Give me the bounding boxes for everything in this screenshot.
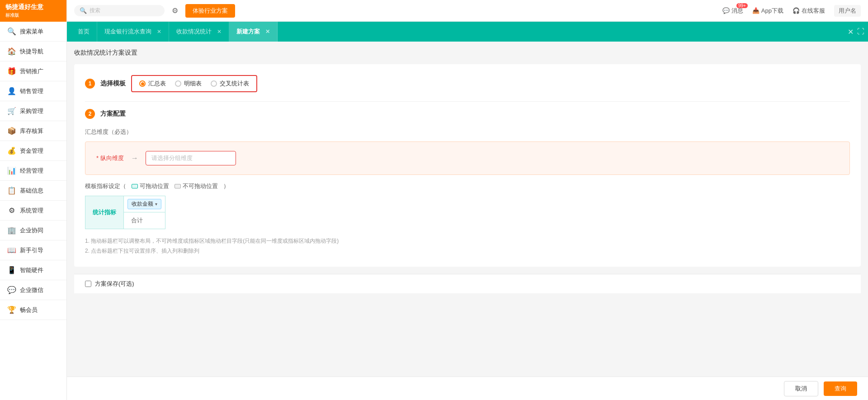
- metrics-col-data: 收款金额 ▾ 合计: [124, 196, 165, 229]
- tip2: 2. 点击标题栏下拉可设置排序、插入列和删除列: [85, 246, 850, 256]
- sidebar-item-system[interactable]: ⚙ 系统管理: [0, 201, 66, 221]
- tab-payment-stats-label: 收款情况统计: [176, 28, 212, 36]
- radio-summary-circle: [139, 80, 146, 87]
- smart-hardware-icon: 📱: [7, 266, 16, 274]
- vip-icon: 🏆: [7, 306, 16, 314]
- service-icon: 🎧: [793, 7, 800, 14]
- inventory-icon: 📦: [7, 127, 16, 135]
- sidebar-item-enterprise-wechat[interactable]: 💬 企业微信: [0, 280, 66, 300]
- dimension-area: * 纵向维度 → 请选择分组维度: [85, 141, 850, 175]
- no-drag-indicator: 不可拖动位置: [175, 182, 218, 190]
- basic-info-icon: 📋: [7, 186, 16, 195]
- search-placeholder: 搜索: [90, 7, 100, 14]
- service-btn[interactable]: 🎧 在线客服: [793, 7, 825, 15]
- user-name: 用户名: [839, 7, 856, 14]
- footer-actions: 取消 查询: [67, 376, 868, 400]
- radio-cross[interactable]: 交叉统计表: [211, 80, 249, 88]
- radio-cross-label: 交叉统计表: [220, 80, 249, 88]
- sidebar-item-search-menu[interactable]: 🔍 搜索菜单: [0, 22, 66, 42]
- logo-text: 畅捷通好生意: [5, 3, 43, 11]
- sidebar-logo: 畅捷通好生意 标准版: [0, 0, 66, 22]
- tab-payment-stats[interactable]: 收款情况统计 ✕: [169, 22, 229, 42]
- step1-num: 1: [85, 79, 95, 89]
- settings-icon[interactable]: ⚙: [172, 6, 178, 15]
- user-info[interactable]: 用户名: [834, 5, 861, 17]
- tab-bank-flow[interactable]: 现金银行流水查询 ✕: [97, 22, 169, 42]
- maximize-icon[interactable]: ⛶: [857, 28, 864, 36]
- row-label: * 纵向维度: [96, 154, 124, 162]
- search-box[interactable]: 🔍 搜索: [74, 5, 165, 16]
- industry-btn[interactable]: 体验行业方案: [185, 4, 235, 18]
- sidebar-label-inventory: 库存核算: [20, 127, 43, 135]
- radio-summary-label: 汇总表: [148, 80, 166, 88]
- sidebar-item-sales[interactable]: 👤 销售管理: [0, 81, 66, 101]
- drag-box: [132, 184, 138, 188]
- sidebar-label-system: 系统管理: [20, 207, 43, 215]
- main-content: 🔍 搜索 ⚙ 体验行业方案 💬 消息 99+ 📥 App下载 🎧 在线客服 用户…: [67, 0, 868, 400]
- sidebar-item-finance[interactable]: 💰 资金管理: [0, 141, 66, 161]
- save-checkbox[interactable]: [85, 281, 91, 287]
- sidebar-item-purchase[interactable]: 🛒 采购管理: [0, 101, 66, 121]
- service-label: 在线客服: [802, 7, 825, 15]
- metrics-col-label: 统计指标: [85, 196, 124, 229]
- metrics-row-sum: 合计: [124, 212, 165, 229]
- newbie-icon: 📖: [7, 246, 16, 254]
- metrics-tag-amount[interactable]: 收款金额 ▾: [127, 199, 161, 209]
- message-icon: 💬: [722, 7, 730, 14]
- metrics-section: 模板指标设定（ 可拖动位置 不可拖动位置 ） 统计指标: [85, 182, 850, 229]
- marketing-icon: 🎁: [7, 67, 16, 75]
- enterprise-wechat-icon: 💬: [7, 286, 16, 294]
- topbar: 🔍 搜索 ⚙ 体验行业方案 💬 消息 99+ 📥 App下载 🎧 在线客服 用户…: [67, 0, 868, 22]
- sidebar-item-marketing[interactable]: 🎁 营销推广: [0, 61, 66, 81]
- topbar-right: 💬 消息 99+ 📥 App下载 🎧 在线客服 用户名: [722, 5, 861, 17]
- tab-new-plan-close[interactable]: ✕: [265, 28, 270, 35]
- radio-detail[interactable]: 明细表: [175, 80, 202, 88]
- search-icon: 🔍: [80, 7, 87, 14]
- query-button[interactable]: 查询: [824, 381, 857, 396]
- tab-home[interactable]: 首页: [71, 22, 97, 42]
- dimension-arrow: →: [131, 154, 138, 162]
- metrics-tag-dropdown-icon[interactable]: ▾: [155, 202, 157, 207]
- metrics-tag-amount-label: 收款金额: [132, 200, 153, 208]
- sidebar-label-enterprise: 企业协同: [20, 226, 43, 235]
- sidebar-item-enterprise[interactable]: 🏢 企业协同: [0, 221, 66, 240]
- step2-row: 2 方案配置: [85, 109, 850, 119]
- sidebar-label-enterprise-wechat: 企业微信: [20, 286, 43, 294]
- sidebar-label-purchase: 采购管理: [20, 107, 43, 115]
- message-btn[interactable]: 💬 消息 99+: [722, 7, 743, 15]
- sidebar-label-vip: 畅会员: [20, 306, 38, 314]
- sidebar-item-smart-hardware[interactable]: 📱 智能硬件: [0, 260, 66, 280]
- metrics-grid: 统计指标 收款金额 ▾ 合计: [85, 196, 850, 229]
- sidebar-label-marketing: 营销推广: [20, 67, 43, 75]
- sidebar-item-basic-info[interactable]: 📋 基础信息: [0, 181, 66, 201]
- sidebar-item-newbie[interactable]: 📖 新手引导: [0, 240, 66, 260]
- sidebar-item-vip[interactable]: 🏆 畅会员: [0, 300, 66, 320]
- sidebar-label-operations: 经营管理: [20, 167, 43, 175]
- radio-summary[interactable]: 汇总表: [139, 80, 166, 88]
- tab-bank-flow-close[interactable]: ✕: [157, 28, 161, 35]
- radio-detail-label: 明细表: [184, 80, 202, 88]
- download-icon: 📥: [752, 7, 760, 14]
- purchase-icon: 🛒: [7, 107, 16, 115]
- step1-label: 选择模板: [100, 80, 126, 88]
- sidebar-item-operations[interactable]: 📊 经营管理: [0, 161, 66, 181]
- dimension-input[interactable]: 请选择分组维度: [146, 151, 236, 165]
- template-selection: 汇总表 明细表 交叉统计表: [131, 75, 257, 92]
- sidebar-label-quick-nav: 快捷导航: [20, 47, 43, 56]
- metrics-sum-label: 合计: [127, 215, 146, 226]
- finance-icon: 💰: [7, 146, 16, 155]
- tab-home-label: 首页: [78, 28, 90, 36]
- tab-new-plan[interactable]: 新建方案 ✕: [229, 22, 278, 42]
- cancel-button[interactable]: 取消: [784, 381, 818, 396]
- tab-payment-stats-close[interactable]: ✕: [217, 28, 222, 35]
- tab-bank-flow-label: 现金银行流水查询: [104, 28, 151, 36]
- sidebar-item-quick-nav[interactable]: 🏠 快捷导航: [0, 42, 66, 61]
- metrics-header-suffix: ）: [223, 182, 229, 190]
- download-btn[interactable]: 📥 App下载: [752, 7, 783, 15]
- close-all-icon[interactable]: ✕: [848, 28, 854, 36]
- sidebar-item-inventory[interactable]: 📦 库存核算: [0, 121, 66, 141]
- metrics-header: 模板指标设定（ 可拖动位置 不可拖动位置 ）: [85, 182, 850, 190]
- sidebar-label-finance: 资金管理: [20, 147, 43, 155]
- page-title: 收款情况统计方案设置: [74, 49, 861, 57]
- search-menu-icon: 🔍: [7, 27, 16, 36]
